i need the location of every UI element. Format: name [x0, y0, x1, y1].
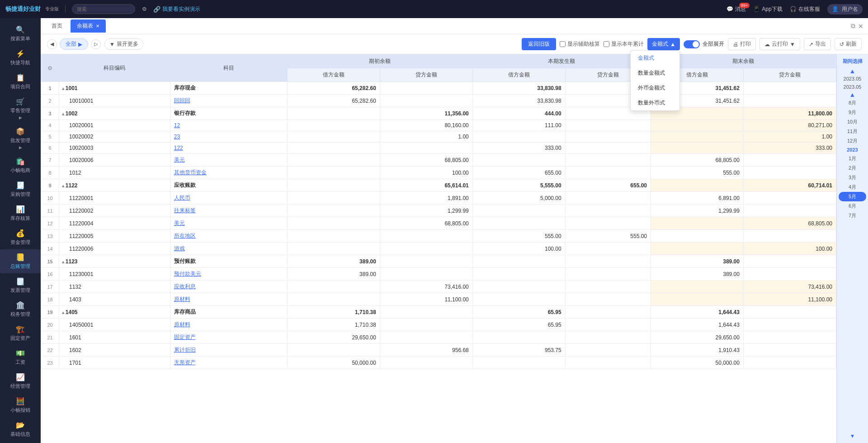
account-name[interactable]: 游戏	[170, 243, 287, 255]
account-name[interactable]: 回回回	[170, 95, 287, 107]
sidebar-item-capital[interactable]: 💰 资金管理	[0, 225, 41, 249]
account-name[interactable]: 23	[170, 131, 287, 143]
sidebar-item-inventory[interactable]: 📊 库存核算	[0, 201, 41, 225]
sidebar-item-assets[interactable]: 🏗️ 固定资产	[0, 321, 41, 345]
sidebar-item-retail[interactable]: 🛒 零售管理 ▶	[0, 94, 41, 124]
period-expand-up2[interactable]: ▲	[849, 91, 856, 98]
sidebar-item-system[interactable]: ⚙️ 系统管理	[0, 441, 41, 443]
invoice-icon: 🗒️	[16, 277, 25, 286]
tab-restore-btn[interactable]: ⧉	[851, 22, 855, 30]
amount-style-btn[interactable]: 金额式 ▲	[647, 38, 680, 50]
amount-cell: 389.00	[287, 255, 380, 268]
account-code: 11230001	[59, 268, 170, 281]
refresh-btn[interactable]: ↺ 刷新	[835, 38, 862, 50]
return-old-btn[interactable]: 返回旧版	[522, 38, 556, 50]
tab-home[interactable]: 首页	[45, 19, 69, 33]
month-2[interactable]: 2月	[839, 163, 866, 173]
sidebar-item-quicknav[interactable]: ⚡ 快捷导航	[0, 46, 41, 70]
sidebar-item-operations[interactable]: 📈 经营管理	[0, 369, 41, 393]
messages-btn[interactable]: 💬 消息 99+	[726, 5, 746, 13]
tax-icon: 🏛️	[16, 301, 25, 310]
show-auxiliary-checkbox[interactable]	[560, 41, 566, 47]
basic-icon: 📂	[16, 421, 25, 429]
month-1[interactable]: 1月	[839, 154, 866, 163]
sidebar-item-invoice[interactable]: 🗒️ 发票管理	[0, 273, 41, 297]
sidebar-item-project[interactable]: 📋 项目合同	[0, 70, 41, 94]
tab-close-all-btn[interactable]: ✕	[858, 22, 863, 30]
sidebar-item-wholesale[interactable]: 📦 批发管理 ▶	[0, 124, 41, 153]
sidebar-item-ecommerce[interactable]: 🛍️ 小畅电商	[0, 153, 41, 177]
user-area[interactable]: 👤 用户名	[827, 4, 863, 14]
sidebar-item-accounting[interactable]: 📒 总账管理	[0, 249, 41, 273]
nav-forward-btn[interactable]: ▷	[91, 39, 101, 49]
table-container[interactable]: ⚙ 科目编码 科目 期初余额 本期发生额 期末余额 借方金额 贷方金额 借方金额	[41, 54, 836, 443]
column-settings-icon[interactable]: ⚙	[47, 65, 52, 71]
month-6[interactable]: 6月	[839, 201, 866, 211]
demo-link[interactable]: 🔗 我要看实例演示	[153, 5, 200, 13]
account-name[interactable]: 原材料	[170, 293, 287, 306]
account-name[interactable]: 人民币	[170, 192, 287, 205]
app-download-btn[interactable]: 📱 App下载	[753, 5, 782, 13]
cloud-print-btn[interactable]: ☁ 云打印 ▼	[760, 38, 800, 50]
amount-cell	[743, 255, 836, 268]
sidebar-item-sales[interactable]: 🧮 小畅报销	[0, 393, 41, 417]
show-auxiliary-label: 显示辅助核算	[560, 40, 600, 48]
account-name[interactable]: 美元	[170, 154, 287, 167]
account-name[interactable]: 累计折旧	[170, 344, 287, 357]
expand-more-btn[interactable]: ▼ 展开更多	[104, 38, 143, 50]
account-name[interactable]: 固定资产	[170, 331, 287, 344]
month-8[interactable]: 8月	[839, 98, 866, 108]
dropdown-item-shuliang-waib[interactable]: 数量外币式	[631, 95, 679, 110]
sidebar-item-basic[interactable]: 📂 基础信息	[0, 417, 41, 441]
top-search-input[interactable]	[77, 6, 131, 12]
settings-icon-top[interactable]: ⚙	[140, 5, 149, 14]
month-7[interactable]: 7月	[839, 211, 866, 220]
account-name[interactable]: 美元	[170, 217, 287, 230]
month-9[interactable]: 9月	[839, 108, 866, 117]
row-num: 10	[41, 192, 59, 205]
nav-prev-btn[interactable]: ◀	[47, 39, 57, 49]
tab-close-btn[interactable]: ✕	[96, 24, 99, 29]
account-name[interactable]: 12	[170, 120, 287, 131]
expand-toggle[interactable]	[684, 40, 700, 48]
dropdown-item-shuliang-jine[interactable]: 数量金额式	[631, 66, 679, 81]
period-expand-down[interactable]: ▾	[851, 432, 854, 439]
amount-cell: 65.95	[472, 306, 565, 319]
account-name[interactable]: 原材料	[170, 319, 287, 331]
dropdown-item-jine[interactable]: 金额式	[631, 51, 679, 66]
account-name[interactable]: 应收利息	[170, 281, 287, 293]
sidebar-item-salary[interactable]: 💵 工资	[0, 345, 41, 369]
month-5[interactable]: 5月	[839, 192, 866, 201]
sidebar-item-tax[interactable]: 🏛️ 税务管理	[0, 297, 41, 321]
amount-cell: 50,000.00	[287, 357, 380, 369]
dropdown-item-waib-jine[interactable]: 外币金额式	[631, 81, 679, 95]
account-name[interactable]: 所在地区	[170, 230, 287, 243]
amount-cell	[380, 268, 472, 281]
sidebar-item-search[interactable]: 🔍 搜索菜单	[0, 22, 41, 46]
month-3[interactable]: 3月	[839, 173, 866, 182]
account-name[interactable]: 其他货币资金	[170, 167, 287, 179]
breadcrumb-all[interactable]: 全部 ▶	[60, 38, 88, 50]
month-10[interactable]: 10月	[839, 117, 866, 127]
table-row: 710020006美元68,805.0068,805.00	[41, 154, 836, 167]
month-11[interactable]: 11月	[839, 127, 866, 136]
period-expand-up[interactable]: ▲	[849, 67, 856, 75]
sidebar-item-purchase[interactable]: 🧾 采购管理	[0, 177, 41, 201]
amount-cell: 1,299.99	[380, 205, 472, 217]
account-name[interactable]: 往来标签	[170, 205, 287, 217]
account-name[interactable]: 122	[170, 143, 287, 154]
month-4[interactable]: 4月	[839, 182, 866, 192]
month-12[interactable]: 12月	[839, 136, 866, 146]
account-name[interactable]: 无形资产	[170, 357, 287, 369]
show-ytd-checkbox[interactable]	[604, 41, 609, 47]
print-btn[interactable]: 🖨 打印	[728, 38, 756, 50]
export-btn[interactable]: ↗ 导出	[804, 38, 831, 50]
row-num: 1	[41, 82, 59, 95]
row-num: 12	[41, 217, 59, 230]
account-name[interactable]: 预付款美元	[170, 268, 287, 281]
amount-cell: 100.00	[472, 243, 565, 255]
tab-balance[interactable]: 余额表 ✕	[71, 19, 106, 33]
row-num: 17	[41, 281, 59, 293]
online-service-btn[interactable]: 🎧 在线客服	[790, 5, 820, 13]
account-code: 10020002	[59, 131, 170, 143]
